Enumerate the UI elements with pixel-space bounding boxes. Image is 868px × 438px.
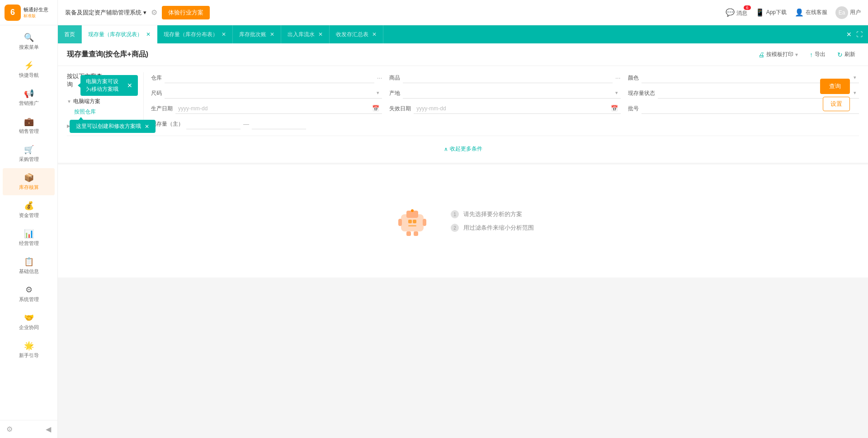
origin-select[interactable]: ▾ — [403, 88, 620, 99]
sidebar-item-label: 搜索菜单 — [19, 44, 39, 51]
tab-stock-batch[interactable]: 库存批次账 ✕ — [233, 25, 281, 43]
stock-main-from[interactable] — [186, 118, 241, 129]
exp-date-label: 失效日期 — [389, 105, 411, 113]
app-download-button[interactable]: 📱 App下载 — [755, 8, 787, 17]
settings-footer-icon[interactable]: ⚙ — [6, 425, 13, 433]
search-button-group: 查询 设置 — [820, 79, 850, 111]
chevron-down-icon: ▾ — [795, 52, 798, 58]
size-filter: 尺码 ▾ — [151, 88, 382, 99]
stock-main-dash: — — [243, 121, 249, 127]
sidebar-item-enterprise[interactable]: 🤝 企业协同 — [3, 308, 55, 335]
refresh-button[interactable]: ↻ 刷新 — [834, 49, 859, 60]
sidebar-item-label: 销售管理 — [19, 128, 39, 135]
close-edit-tooltip[interactable]: ✕ — [145, 123, 149, 130]
collapse-area: ∧ 收起更多条件 — [67, 136, 859, 156]
tab-recv-summary[interactable]: 收发存汇总表 ✕ — [330, 25, 383, 43]
hint-1: 1 请先选择要分析的方案 — [451, 210, 534, 218]
batch-label: 批号 — [628, 105, 639, 113]
user-menu[interactable]: Ea 用户 — [835, 6, 861, 19]
notification-button[interactable]: 💬 消息 6 — [726, 8, 747, 17]
goods-dots[interactable]: ··· — [615, 74, 621, 81]
chevron-down-icon: ▾ — [143, 9, 146, 16]
sales-nav-icon: 💼 — [24, 117, 34, 127]
sidebar-item-system[interactable]: ⚙ 系统管理 — [3, 280, 55, 307]
mfg-date-input[interactable]: yyyy-mm-dd 📅 — [175, 103, 382, 114]
tab-stock-flow[interactable]: 出入库流水 ✕ — [281, 25, 330, 43]
tabs-bar: 首页 现存量（库存状况表） ✕ 现存量（库存分布表） ✕ 库存批次账 ✕ 出入库… — [58, 25, 868, 43]
sidebar: 6 畅通好生意 标准版 🔍 搜索菜单 ⚡ 快捷导航 📢 营销推广 💼 销售管理 … — [0, 0, 58, 438]
hint-text-1: 请先选择要分析的方案 — [463, 210, 522, 218]
trial-button[interactable]: 体验行业方案 — [162, 6, 210, 19]
goods-input[interactable] — [403, 72, 613, 83]
stock-main-filter: 现存量（主） — — [151, 118, 859, 129]
svg-rect-4 — [413, 220, 416, 223]
close-tab-stock-dist[interactable]: ✕ — [222, 31, 226, 38]
sidebar-item-quick[interactable]: ⚡ 快捷导航 — [3, 56, 55, 83]
edit-scheme-tooltip: 这里可以创建和修改方案哦 ✕ — [70, 120, 156, 133]
export-button[interactable]: ↑ 导出 — [806, 49, 829, 60]
sidebar-item-operation[interactable]: 📊 经营管理 — [3, 224, 55, 251]
close-tab-recv-summary[interactable]: ✕ — [372, 31, 377, 38]
warehouse-input[interactable] — [165, 72, 374, 83]
search-button[interactable]: 查询 — [820, 79, 850, 94]
fullscreen-button[interactable]: ⛶ — [854, 29, 864, 40]
system-nav-icon: ⚙ — [25, 285, 33, 295]
hint-text-2: 用过滤条件来缩小分析范围 — [463, 224, 534, 232]
tab-home[interactable]: 首页 — [58, 25, 82, 43]
close-scheme-tooltip[interactable]: ✕ — [127, 82, 132, 89]
logo-icon: 6 — [5, 5, 21, 21]
close-tab-stock-flow[interactable]: ✕ — [318, 31, 323, 38]
tab-stock-status[interactable]: 现存量（库存状况表） ✕ — [82, 25, 157, 43]
stock-status-dropdown-icon: ▾ — [854, 90, 856, 96]
size-label: 尺码 — [151, 89, 162, 97]
finance-nav-icon: 💰 — [24, 201, 34, 211]
avatar: Ea — [835, 6, 848, 19]
origin-dropdown-icon: ▾ — [615, 90, 618, 96]
close-tab-stock-status[interactable]: ✕ — [146, 31, 151, 38]
print-button[interactable]: 🖨 按模板打印 ▾ — [755, 49, 802, 60]
sidebar-item-finance[interactable]: 💰 资金管理 — [3, 196, 55, 223]
page-header: 现存量查询(按仓库+商品) 🖨 按模板打印 ▾ ↑ 导出 ↻ 刷新 — [58, 43, 868, 66]
tab-controls: ✕ ⛶ — [841, 29, 868, 40]
online-service-button[interactable]: 👤 在线客服 — [795, 8, 827, 17]
sidebar-item-search[interactable]: 🔍 搜索菜单 — [3, 28, 55, 55]
warehouse-dots[interactable]: ··· — [377, 74, 382, 81]
sidebar-nav: 🔍 搜索菜单 ⚡ 快捷导航 📢 营销推广 💼 销售管理 🛒 采购管理 📦 库存核… — [0, 25, 57, 420]
quick-nav-icon: ⚡ — [24, 61, 34, 71]
goods-label: 商品 — [389, 74, 400, 82]
reset-button[interactable]: 设置 — [823, 97, 850, 111]
close-all-tabs-button[interactable]: ✕ — [844, 29, 854, 40]
sidebar-item-purchase[interactable]: 🛒 采购管理 — [3, 140, 55, 167]
stock-main-to[interactable] — [252, 118, 306, 129]
sidebar-item-label: 资金管理 — [19, 212, 39, 219]
sidebar-item-guide[interactable]: 🌟 新手引导 — [3, 336, 55, 363]
desktop-scheme-label: 电脑端方案 — [73, 98, 100, 105]
mfg-date-label: 生产日期 — [151, 105, 173, 113]
system-selector[interactable]: 装备及固定资产辅助管理系统 ▾ — [65, 9, 146, 17]
gear-button[interactable]: ⚙ — [151, 8, 157, 17]
logo-text: 畅通好生意 标准版 — [24, 6, 48, 19]
size-select[interactable]: ▾ — [165, 88, 382, 99]
empty-illustration — [392, 201, 433, 241]
notification-icon: 💬 — [726, 9, 735, 16]
collapse-button[interactable]: ∧ 收起更多条件 — [444, 141, 482, 156]
filter-row-2: 尺码 ▾ 产地 ▾ — [151, 88, 859, 99]
scheme-child-item[interactable]: 按照仓库 — [74, 107, 138, 117]
origin-filter: 产地 ▾ — [389, 88, 620, 99]
exp-calendar-icon[interactable]: 📅 — [611, 105, 618, 112]
exp-date-input[interactable]: yyyy-mm-dd 📅 — [414, 103, 620, 114]
collapse-sidebar-icon[interactable]: ◀ — [46, 425, 51, 433]
sidebar-item-basic[interactable]: 📋 基础信息 — [3, 252, 55, 279]
mfg-calendar-icon[interactable]: 📅 — [372, 105, 379, 112]
close-tab-stock-batch[interactable]: ✕ — [270, 31, 274, 38]
operation-nav-icon: 📊 — [24, 229, 34, 239]
sidebar-item-inventory[interactable]: 📦 库存核算 — [3, 168, 55, 195]
page-actions: 🖨 按模板打印 ▾ ↑ 导出 ↻ 刷新 — [755, 49, 859, 60]
empty-hints: 1 请先选择要分析的方案 2 用过滤条件来缩小分析范围 — [451, 210, 534, 232]
inventory-nav-icon: 📦 — [24, 173, 34, 183]
sidebar-item-sales[interactable]: 💼 销售管理 — [3, 112, 55, 139]
tab-stock-dist[interactable]: 现存量（库存分布表） ✕ — [157, 25, 233, 43]
topbar-left: 装备及固定资产辅助管理系统 ▾ ⚙ 体验行业方案 — [65, 6, 210, 19]
purchase-nav-icon: 🛒 — [24, 145, 34, 155]
sidebar-item-marketing[interactable]: 📢 营销推广 — [3, 84, 55, 111]
